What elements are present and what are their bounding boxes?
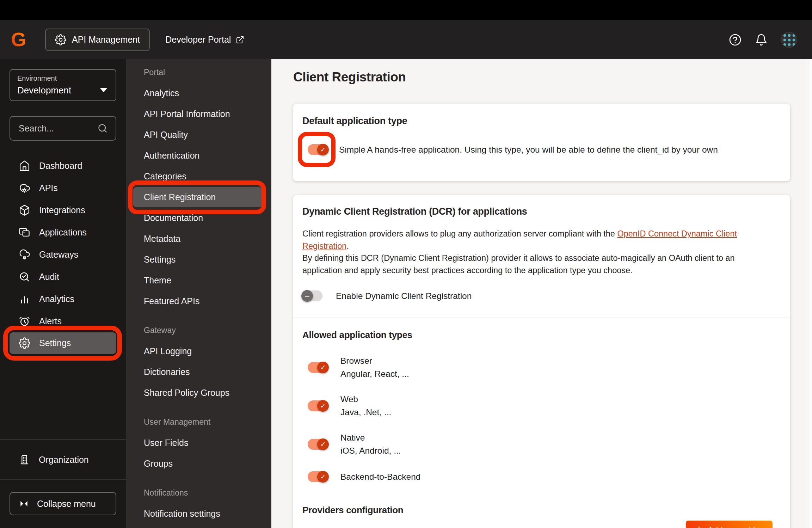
simple-toggle[interactable]: ✓ [308,144,328,155]
user-avatar[interactable] [781,32,797,48]
sidebar-item-analytics[interactable]: Analytics [0,288,126,310]
api-management-label: API Management [72,35,140,45]
api-management-button[interactable]: API Management [45,29,150,51]
app-type-row-browser: ✓BrowserAngular, React, ... [302,356,776,379]
sidebar-item-apis[interactable]: APIs [0,177,126,199]
submenu-section-notifications: Notifications [126,483,271,503]
app-type-label: Native [340,433,401,443]
submenu-item-featured-apis[interactable]: Featured APIs [126,291,271,312]
sidebar-item-label: Settings [39,338,71,348]
backend-to-backend-toggle[interactable]: ✓ [308,471,328,482]
app-type-description: Angular, React, ... [340,369,409,379]
collapse-menu-button[interactable]: Collapse menu [10,492,116,515]
page-title: Client Registration [293,70,812,85]
submenu-item-label: API Quality [144,130,188,140]
submenu-item-api-logging[interactable]: API Logging [126,341,271,362]
environment-value: Development [17,85,109,96]
submenu-item-authentication[interactable]: Authentication [126,145,271,166]
submenu-item-label: Notification settings [144,509,220,519]
submenu-item-shared-policy-groups[interactable]: Shared Policy Groups [126,382,271,403]
sidebar-item-label: Gateways [39,250,78,260]
external-link-icon [236,36,244,44]
plus-icon: + [696,524,702,528]
sidebar-item-settings[interactable]: Settings [10,332,116,354]
top-bar: G API Management Developer Portal [0,20,812,59]
submenu-item-user-fields[interactable]: User Fields [126,432,271,453]
notifications-bell-icon[interactable] [755,33,768,46]
enable-dcr-label: Enable Dynamic Client Registration [336,291,472,301]
allowed-types-title: Allowed application types [302,330,776,340]
bar-chart-icon [19,293,30,305]
submenu-item-analytics[interactable]: Analytics [126,83,271,104]
app-type-label: Backend-to-Backend [340,472,420,482]
default-application-type-card: Default application type ✓ Simple A hand… [293,104,790,181]
submenu-section-portal: Portal [126,62,271,83]
submenu-item-categories[interactable]: Categories [126,166,271,187]
submenu-item-label: Client Registration [144,192,216,202]
submenu-item-label: Featured APIs [144,296,199,306]
add-provider-label: Add a provider [708,525,763,528]
toggle-check-icon: ✓ [317,144,329,155]
submenu-item-settings[interactable]: Settings [126,249,271,270]
top-black-band [0,0,812,20]
intro-text-end: . [346,241,349,251]
sidebar-item-gateways[interactable]: Gateways [0,244,126,266]
enable-dcr-toggle[interactable]: − [302,290,322,301]
submenu-item-dictionaries[interactable]: Dictionaries [126,362,271,382]
submenu-item-label: Categories [144,171,186,182]
submenu-item-api-quality[interactable]: API Quality [126,124,271,145]
submenu-item-label: Authentication [144,151,199,161]
dcr-intro-line2: By defining this DCR (Dynamic Client Reg… [302,252,761,276]
toggle-check-icon: ✓ [317,438,329,450]
sidebar-item-label: APIs [39,183,58,193]
submenu-item-documentation[interactable]: Documentation [126,208,271,228]
submenu-item-theme[interactable]: Theme [126,270,271,291]
submenu-item-label: Theme [144,275,171,286]
app-type-description: iOS, Android, ... [340,446,401,456]
sidebar-item-audit[interactable]: Audit [0,266,126,288]
app-type-row-backend-to-backend: ✓Backend-to-Backend [302,471,776,482]
submenu-item-label: Settings [144,254,176,265]
sidebar-search [10,116,116,141]
building-icon [19,454,30,465]
sidebar-item-dashboard[interactable]: Dashboard [0,155,126,177]
developer-portal-link[interactable]: Developer Portal [165,35,244,45]
copy-icon [19,227,30,238]
gear-badge-icon [55,34,66,45]
submenu-item-api-portal-information[interactable]: API Portal Information [126,104,271,124]
submenu-item-label: Documentation [144,213,203,223]
web-toggle[interactable]: ✓ [308,400,328,411]
gravitee-logo-icon: G [11,29,30,50]
add-provider-button[interactable]: + Add a provider [686,521,773,528]
submenu-item-client-registration[interactable]: Client Registration [133,187,263,207]
search-check-icon [19,271,30,283]
app-window: G API Management Developer Portal Enviro… [0,0,812,528]
app-type-labels: WebJava, .Net, ... [340,394,391,417]
dcr-intro-text: Client registration providers allows to … [302,228,761,252]
sidebar-item-applications[interactable]: Applications [0,221,126,244]
browser-toggle[interactable]: ✓ [308,362,328,373]
card-title: Dynamic Client Registration (DCR) for ap… [302,206,776,217]
collapse-menu-label: Collapse menu [37,499,96,509]
sidebar-item-integrations[interactable]: Integrations [0,199,126,221]
main-content: Client Registration Default application … [271,59,812,528]
app-type-label: Web [340,394,391,404]
submenu-item-label: API Portal Information [144,109,230,119]
scrollbar[interactable] [809,59,812,528]
environment-select[interactable]: Environment Development [10,69,116,101]
cloud-gear-icon [19,182,30,194]
submenu-item-notification-settings[interactable]: Notification settings [126,503,271,524]
native-toggle[interactable]: ✓ [308,439,328,450]
sidebar-item-organization[interactable]: Organization [0,440,126,479]
submenu-item-metadata[interactable]: Metadata [126,228,271,249]
submenu-item-groups[interactable]: Groups [126,453,271,474]
search-icon [97,123,108,134]
help-icon[interactable] [729,33,742,46]
app-type-row-web: ✓WebJava, .Net, ... [302,394,776,417]
toggle-check-icon: ✓ [317,400,329,412]
submenu-item-label: Metadata [144,234,180,244]
sidebar-item-alerts[interactable]: Alerts [0,310,126,332]
collapse-icon [19,500,29,508]
intro-text: Client registration providers allows to … [302,229,617,238]
search-input[interactable] [18,123,97,134]
